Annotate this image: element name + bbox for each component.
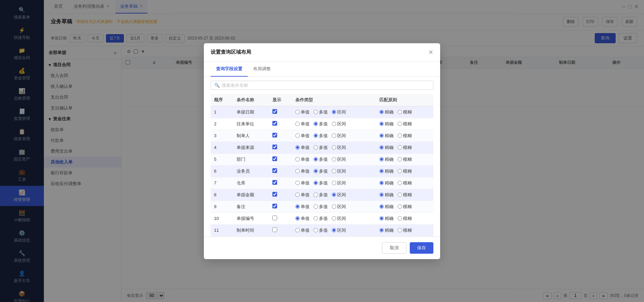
type-radio-多值[interactable] xyxy=(314,145,318,150)
match-radio-label[interactable]: 模糊 xyxy=(398,145,412,151)
match-radio-模糊[interactable] xyxy=(398,216,402,221)
type-radio-多值[interactable] xyxy=(314,228,318,232)
type-radio-多值[interactable] xyxy=(314,169,318,173)
type-radio-label[interactable]: 单值 xyxy=(295,204,310,210)
display-checkbox[interactable] xyxy=(272,121,277,126)
type-radio-label[interactable]: 区间 xyxy=(332,216,346,222)
type-radio-单值[interactable] xyxy=(295,169,300,173)
type-radio-label[interactable]: 多值 xyxy=(314,133,328,139)
match-radio-模糊[interactable] xyxy=(398,204,402,209)
type-radio-区间[interactable] xyxy=(332,145,336,150)
match-radio-label[interactable]: 模糊 xyxy=(398,121,412,127)
display-checkbox[interactable] xyxy=(272,227,277,232)
match-radio-模糊[interactable] xyxy=(398,122,402,126)
match-radio-label[interactable]: 模糊 xyxy=(398,156,412,162)
type-radio-label[interactable]: 区间 xyxy=(332,192,346,198)
type-radio-单值[interactable] xyxy=(295,122,300,126)
type-radio-区间[interactable] xyxy=(332,228,336,232)
type-radio-label[interactable]: 多值 xyxy=(314,204,328,210)
match-radio-精确[interactable] xyxy=(379,216,384,221)
match-radio-精确[interactable] xyxy=(379,122,384,126)
type-radio-区间[interactable] xyxy=(332,204,336,209)
match-radio-模糊[interactable] xyxy=(398,169,402,173)
type-radio-单值[interactable] xyxy=(295,157,300,161)
type-radio-单值[interactable] xyxy=(295,193,300,197)
display-checkbox[interactable] xyxy=(272,156,277,161)
match-radio-label[interactable]: 精确 xyxy=(379,121,394,127)
type-radio-多值[interactable] xyxy=(314,181,318,185)
type-radio-label[interactable]: 多值 xyxy=(314,180,328,186)
type-radio-label[interactable]: 单值 xyxy=(295,109,310,115)
type-radio-区间[interactable] xyxy=(332,122,336,126)
match-radio-精确[interactable] xyxy=(379,145,384,150)
type-radio-label[interactable]: 区间 xyxy=(332,121,346,127)
type-radio-label[interactable]: 多值 xyxy=(314,216,328,222)
type-radio-单值[interactable] xyxy=(295,204,300,209)
match-radio-label[interactable]: 模糊 xyxy=(398,192,412,198)
match-radio-label[interactable]: 精确 xyxy=(379,216,394,222)
type-radio-单值[interactable] xyxy=(295,145,300,150)
type-radio-label[interactable]: 多值 xyxy=(314,227,328,233)
type-radio-label[interactable]: 单值 xyxy=(295,180,310,186)
match-radio-精确[interactable] xyxy=(379,110,384,114)
match-radio-label[interactable]: 模糊 xyxy=(398,133,412,139)
match-radio-精确[interactable] xyxy=(379,204,384,209)
match-radio-label[interactable]: 精确 xyxy=(379,168,394,174)
type-radio-label[interactable]: 区间 xyxy=(332,168,346,174)
type-radio-label[interactable]: 多值 xyxy=(314,109,328,115)
match-radio-精确[interactable] xyxy=(379,157,384,161)
type-radio-区间[interactable] xyxy=(332,193,336,197)
type-radio-label[interactable]: 多值 xyxy=(314,121,328,127)
dialog-search-input[interactable] xyxy=(222,83,430,88)
match-radio-精确[interactable] xyxy=(379,228,384,232)
type-radio-单值[interactable] xyxy=(295,133,300,138)
type-radio-多值[interactable] xyxy=(314,133,318,138)
match-radio-模糊[interactable] xyxy=(398,110,402,114)
type-radio-label[interactable]: 单值 xyxy=(295,121,310,127)
display-checkbox[interactable] xyxy=(272,204,277,208)
display-checkbox[interactable] xyxy=(272,180,277,185)
match-radio-label[interactable]: 精确 xyxy=(379,156,394,162)
match-radio-label[interactable]: 精确 xyxy=(379,192,394,198)
type-radio-区间[interactable] xyxy=(332,181,336,185)
type-radio-label[interactable]: 多值 xyxy=(314,145,328,151)
type-radio-多值[interactable] xyxy=(314,193,318,197)
type-radio-区间[interactable] xyxy=(332,169,336,173)
match-radio-label[interactable]: 精确 xyxy=(379,204,394,210)
type-radio-label[interactable]: 单值 xyxy=(295,216,310,222)
type-radio-label[interactable]: 多值 xyxy=(314,156,328,162)
type-radio-单值[interactable] xyxy=(295,216,300,221)
type-radio-区间[interactable] xyxy=(332,157,336,161)
type-radio-多值[interactable] xyxy=(314,110,318,114)
match-radio-label[interactable]: 精确 xyxy=(379,133,394,139)
type-radio-单值[interactable] xyxy=(295,228,300,232)
match-radio-label[interactable]: 模糊 xyxy=(398,227,412,233)
type-radio-label[interactable]: 区间 xyxy=(332,156,346,162)
match-radio-精确[interactable] xyxy=(379,181,384,185)
display-checkbox[interactable] xyxy=(272,109,277,114)
match-radio-label[interactable]: 精确 xyxy=(379,145,394,151)
display-checkbox[interactable] xyxy=(272,216,277,220)
match-radio-label[interactable]: 精确 xyxy=(379,109,394,115)
match-radio-模糊[interactable] xyxy=(398,133,402,138)
type-radio-区间[interactable] xyxy=(332,133,336,138)
type-radio-多值[interactable] xyxy=(314,204,318,209)
display-checkbox[interactable] xyxy=(272,145,277,149)
match-radio-精确[interactable] xyxy=(379,193,384,197)
type-radio-label[interactable]: 区间 xyxy=(332,145,346,151)
type-radio-单值[interactable] xyxy=(295,181,300,185)
type-radio-多值[interactable] xyxy=(314,157,318,161)
match-radio-模糊[interactable] xyxy=(398,228,402,232)
match-radio-label[interactable]: 模糊 xyxy=(398,109,412,115)
display-checkbox[interactable] xyxy=(272,192,277,197)
match-radio-模糊[interactable] xyxy=(398,145,402,150)
type-radio-多值[interactable] xyxy=(314,216,318,221)
match-radio-精确[interactable] xyxy=(379,133,384,138)
type-radio-label[interactable]: 区间 xyxy=(332,109,346,115)
type-radio-label[interactable]: 单值 xyxy=(295,227,310,233)
cancel-button[interactable]: 取消 xyxy=(382,242,406,254)
type-radio-label[interactable]: 单值 xyxy=(295,145,310,151)
match-radio-label[interactable]: 模糊 xyxy=(398,180,412,186)
type-radio-label[interactable]: 区间 xyxy=(332,133,346,139)
dialog-tab-layout[interactable]: 布局调整 xyxy=(248,62,276,77)
